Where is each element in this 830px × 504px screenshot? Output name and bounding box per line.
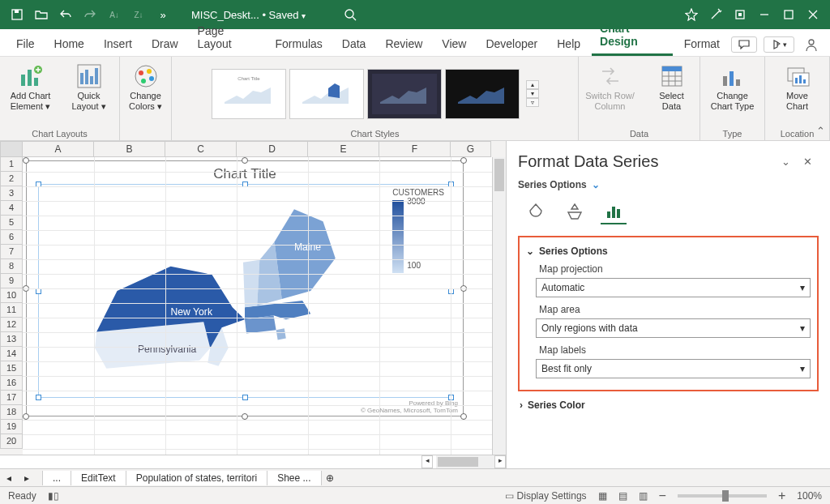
tab-home[interactable]: Home — [46, 32, 92, 56]
select-data-button[interactable]: Select Data — [646, 60, 698, 112]
sheet-tab[interactable]: ... — [42, 471, 71, 485]
comments-button[interactable] — [731, 36, 757, 53]
col-header[interactable]: D — [237, 141, 308, 157]
chart-style-4[interactable] — [445, 69, 520, 119]
maximize-button[interactable] — [777, 2, 801, 27]
view-normal-icon[interactable]: ▦ — [598, 490, 607, 502]
col-header[interactable]: B — [94, 141, 165, 157]
tab-format[interactable]: Format — [676, 32, 728, 56]
zoom-in-button[interactable]: + — [778, 489, 785, 503]
move-chart-button[interactable]: Move Chart — [769, 60, 826, 112]
tab-page-layout[interactable]: Page Layout — [190, 19, 264, 56]
macro-record-icon[interactable]: ▮▯ — [48, 490, 59, 502]
overflow-icon[interactable]: » — [151, 2, 175, 27]
row-header[interactable]: 2 — [0, 172, 23, 186]
sheet-tab[interactable]: EditText — [71, 471, 126, 485]
col-header[interactable]: G — [451, 141, 491, 157]
row-header[interactable]: 14 — [0, 347, 23, 361]
gallery-expand[interactable]: ▿ — [526, 98, 539, 107]
map-projection-select[interactable]: Automatic▾ — [536, 278, 811, 297]
tab-data[interactable]: Data — [334, 32, 374, 56]
col-header[interactable]: C — [165, 141, 237, 157]
sort-asc-icon[interactable]: A↓ — [102, 2, 126, 27]
sheet-tab[interactable]: Shee ... — [267, 471, 321, 485]
tab-file[interactable]: File — [8, 32, 43, 56]
row-header[interactable]: 20 — [0, 434, 23, 449]
row-header[interactable]: 11 — [0, 303, 23, 318]
map-labels-select[interactable]: Best fit only▾ — [536, 359, 811, 378]
view-page-break-icon[interactable]: ▥ — [639, 490, 648, 502]
row-header[interactable]: 18 — [0, 405, 23, 420]
effects-tab-icon[interactable] — [562, 199, 588, 224]
row-header[interactable]: 5 — [0, 216, 23, 230]
sheet-nav-next[interactable]: ▸ — [18, 472, 36, 484]
minimize-button[interactable] — [752, 2, 777, 27]
share-button[interactable]: ▾ — [764, 36, 794, 53]
map-area-select[interactable]: Only regions with data▾ — [536, 318, 811, 338]
series-color-header[interactable]: ›Series Color — [518, 399, 819, 411]
tab-insert[interactable]: Insert — [96, 32, 140, 56]
account-icon[interactable] — [801, 37, 822, 52]
row-header[interactable]: 10 — [0, 288, 23, 303]
gallery-scroll-down[interactable]: ▾ — [526, 89, 539, 98]
tab-formulas[interactable]: Formulas — [267, 32, 330, 56]
row-header[interactable]: 7 — [0, 245, 23, 259]
row-header[interactable]: 6 — [0, 230, 23, 245]
change-colors-button[interactable]: Change Colors ▾ — [123, 60, 169, 112]
zoom-level[interactable]: 100% — [797, 490, 822, 502]
tab-review[interactable]: Review — [377, 32, 430, 56]
scroll-right-icon[interactable]: ▸ — [494, 455, 506, 468]
sheet-tab[interactable]: Population of states, territori — [126, 471, 267, 485]
select-all-cell[interactable] — [0, 141, 23, 157]
redo-icon[interactable] — [78, 2, 102, 27]
sheet-nav-prev[interactable]: ◂ — [0, 472, 18, 484]
row-header[interactable]: 13 — [0, 332, 23, 347]
chart-style-2[interactable] — [289, 69, 364, 119]
row-header[interactable]: 8 — [0, 259, 23, 274]
row-header[interactable]: 16 — [0, 376, 23, 391]
col-header[interactable]: F — [379, 141, 451, 157]
row-header[interactable]: 4 — [0, 201, 23, 216]
add-sheet-button[interactable]: ⊕ — [322, 472, 338, 484]
horizontal-scrollbar[interactable] — [436, 455, 494, 468]
fill-line-tab-icon[interactable] — [523, 199, 549, 224]
save-icon[interactable] — [5, 2, 29, 27]
collapse-ribbon-icon[interactable]: ⌃ — [816, 125, 825, 137]
row-header[interactable]: 15 — [0, 361, 23, 376]
tab-chart-design[interactable]: Chart Design — [592, 16, 673, 56]
premium-icon[interactable] — [679, 2, 704, 27]
window-mode-icon[interactable] — [728, 2, 752, 27]
row-header[interactable]: 19 — [0, 420, 23, 434]
tab-view[interactable]: View — [434, 32, 474, 56]
pane-subtitle[interactable]: Series Options ⌄ — [518, 179, 819, 190]
tab-help[interactable]: Help — [549, 32, 588, 56]
series-options-header[interactable]: ⌄Series Options — [526, 246, 811, 257]
add-chart-element-button[interactable]: Add Chart Element ▾ — [5, 60, 57, 112]
display-settings-button[interactable]: ▭ Display Settings — [505, 490, 586, 502]
row-header[interactable]: 3 — [0, 186, 23, 201]
gallery-scroll-up[interactable]: ▴ — [526, 80, 539, 89]
row-header[interactable]: 17 — [0, 391, 23, 405]
zoom-out-button[interactable]: − — [659, 489, 666, 503]
chart-style-1[interactable]: Chart Title — [212, 69, 286, 119]
tab-developer[interactable]: Developer — [477, 32, 545, 56]
pane-collapse-icon[interactable]: ⌄ — [775, 152, 797, 171]
tab-draw[interactable]: Draw — [143, 32, 186, 56]
col-header[interactable]: A — [23, 141, 94, 157]
search-icon[interactable] — [338, 2, 362, 27]
zoom-slider[interactable] — [678, 494, 767, 498]
vertical-scrollbar[interactable] — [492, 157, 506, 455]
row-header[interactable]: 9 — [0, 274, 23, 288]
close-button[interactable] — [801, 2, 825, 27]
undo-icon[interactable] — [53, 2, 78, 27]
view-page-layout-icon[interactable]: ▤ — [618, 490, 627, 502]
col-header[interactable]: E — [308, 141, 379, 157]
row-header[interactable]: 1 — [0, 157, 23, 172]
chart-style-3[interactable] — [367, 69, 442, 119]
wand-icon[interactable] — [704, 2, 728, 27]
scroll-left-icon[interactable]: ◂ — [421, 455, 433, 468]
pane-close-icon[interactable]: ✕ — [797, 152, 819, 171]
series-options-tab-icon[interactable] — [601, 199, 627, 224]
change-chart-type-button[interactable]: Change Chart Type — [704, 60, 761, 112]
sort-desc-icon[interactable]: Z↓ — [126, 2, 151, 27]
